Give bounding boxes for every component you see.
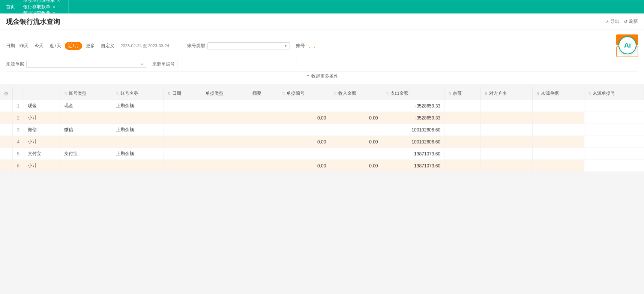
filter-row-2: 来源单据 ▾ 来源单据号 <box>6 60 638 68</box>
nav-tab-label: 预收冲应收单 <box>23 10 50 14</box>
table-cell-12 <box>481 160 533 172</box>
col-header-3: 单据类型 <box>200 87 247 100</box>
account-type-label: 账号类型 <box>187 43 205 49</box>
table-body: 1现金现金上期余额-3528659.332小计0.000.00-3528659.… <box>0 100 644 172</box>
nav-home[interactable]: 首页 <box>2 4 20 10</box>
source-doc-select[interactable]: ▾ <box>26 61 146 68</box>
page-title: 现金银行流水查询 <box>6 17 60 26</box>
col-header-1[interactable]: ⇅账号名称 <box>112 87 164 100</box>
date-shortcut-今天[interactable]: 今天 <box>32 42 46 50</box>
col-header-0[interactable]: ⇅账号类型 <box>60 87 112 100</box>
sort-icon-10: ⇅ <box>536 91 539 96</box>
table-cell-3 <box>60 136 112 148</box>
table-cell-5 <box>164 112 200 124</box>
table-cell-1: 2 <box>13 112 24 124</box>
filter-row-1: 日期 昨天今天近7天近1月更多自定义 2023-02-24 至 2023-03-… <box>6 34 638 57</box>
nav-tabs-container: 收款单✕付款单✕其他收入单✕应收应付调整单✕银行存取款单✕预收冲应收单✕收款核销… <box>20 0 69 13</box>
filter-area: 日期 昨天今天近7天近1月更多自定义 2023-02-24 至 2023-03-… <box>0 30 644 84</box>
col-header-10[interactable]: ⇅来源单据 <box>533 87 584 100</box>
date-shortcut-近7天[interactable]: 近7天 <box>47 42 63 50</box>
table-cell-6 <box>200 136 247 148</box>
table-cell-1: 3 <box>13 124 24 136</box>
table-header-row: ⚙ ⇅账号类型⇅账号名称⇅日期单据类型摘要⇅单据编号⇅收入金额⇅支出金额⇅余额⇅… <box>0 87 644 100</box>
date-filter-group: 日期 昨天今天近7天近1月更多自定义 2023-02-24 至 2023-03-… <box>6 42 169 50</box>
account-type-select[interactable]: ▾ <box>207 42 290 49</box>
table-cell-2: 小计 <box>24 136 60 148</box>
table-cell-1: 1 <box>13 100 24 112</box>
table-row: 1现金现金上期余额-3528659.33 <box>0 100 644 112</box>
table-cell-7 <box>247 100 278 112</box>
table-cell-13 <box>533 100 584 112</box>
table-row: 5支付宝支付宝上期余额19871073.60 <box>0 148 644 160</box>
nav-tab-label: 银行存取款单 <box>23 4 50 10</box>
table-cell-7 <box>247 148 278 160</box>
table-cell-12 <box>481 100 533 112</box>
table-cell-8: 0.00 <box>278 160 330 172</box>
source-doc-no-filter-group: 来源单据号 <box>152 60 297 68</box>
refresh-button[interactable]: ↺ 刷新 <box>624 18 638 25</box>
table-cell-13 <box>533 136 584 148</box>
nav-tab-close[interactable]: ✕ <box>57 0 60 3</box>
export-button[interactable]: ↗ 导出 <box>605 18 619 25</box>
table-cell-13 <box>533 112 584 124</box>
table-cell-0 <box>0 124 13 136</box>
table-cell-0 <box>0 136 13 148</box>
table-cell-2: 微信 <box>24 124 60 136</box>
nav-tab-close[interactable]: ✕ <box>53 11 56 14</box>
column-gear[interactable]: ⚙ <box>0 87 13 100</box>
account-type-arrow-icon: ▾ <box>285 44 287 48</box>
collapse-icon: ⌃ <box>306 74 310 79</box>
table-cell-13 <box>533 124 584 136</box>
collapse-filter-btn[interactable]: ⌃ 收起更多条件 <box>6 71 638 81</box>
nav-tab-应收应付调整单[interactable]: 应收应付调整单✕ <box>20 0 69 4</box>
nav-tab-预收冲应收单[interactable]: 预收冲应收单✕ <box>20 10 69 14</box>
date-shortcut-自定义[interactable]: 自定义 <box>99 42 117 50</box>
table-cell-2: 小计 <box>24 112 60 124</box>
top-nav: 首页 收款单✕付款单✕其他收入单✕应收应付调整单✕银行存取款单✕预收冲应收单✕收… <box>0 0 644 13</box>
table-cell-8: 0.00 <box>278 136 330 148</box>
table-cell-9: 0.00 <box>330 160 382 172</box>
table-cell-2: 支付宝 <box>24 148 60 160</box>
date-shortcut-更多[interactable]: 更多 <box>84 42 97 50</box>
col-header-11[interactable]: ⇅来源单据号 <box>584 87 644 100</box>
col-row-num <box>13 87 24 100</box>
col-header-2[interactable]: ⇅日期 <box>164 87 200 100</box>
nav-tab-银行存取款单[interactable]: 银行存取款单✕ <box>20 4 69 10</box>
table-cell-3 <box>60 112 112 124</box>
table-cell-10: -3528659.33 <box>382 100 444 112</box>
source-doc-no-input[interactable] <box>177 60 297 68</box>
table-cell-4 <box>112 112 164 124</box>
table-cell-6 <box>200 100 247 112</box>
table-cell-11 <box>444 148 481 160</box>
date-shortcut-昨天[interactable]: 昨天 <box>17 42 31 50</box>
table-cell-5 <box>164 148 200 160</box>
table-row: 2小计0.000.00-3528659.33 <box>0 112 644 124</box>
date-range-display: 2023-02-24 至 2023-03-24 <box>120 43 169 49</box>
table-cell-4 <box>112 160 164 172</box>
table-cell-6 <box>200 112 247 124</box>
table-cell-12 <box>481 148 533 160</box>
table-cell-9 <box>330 100 382 112</box>
col-header-6[interactable]: ⇅收入金额 <box>330 87 382 100</box>
col-header-5[interactable]: ⇅单据编号 <box>278 87 330 100</box>
source-doc-filter-group: 来源单据 ▾ <box>6 61 146 68</box>
date-shortcut-近1月[interactable]: 近1月 <box>65 42 83 50</box>
account-dots-btn[interactable]: ... <box>307 42 317 49</box>
gear-icon[interactable]: ⚙ <box>4 91 9 97</box>
table-cell-0 <box>0 160 13 172</box>
table-cell-5 <box>164 160 200 172</box>
ai-badge[interactable]: Ai <box>618 36 636 54</box>
data-table: ⚙ ⇅账号类型⇅账号名称⇅日期单据类型摘要⇅单据编号⇅收入金额⇅支出金额⇅余额⇅… <box>0 87 644 172</box>
col-header-8[interactable]: ⇅余额 <box>444 87 481 100</box>
table-cell-0 <box>0 148 13 160</box>
col-header-9[interactable]: ⇅对方户名 <box>481 87 533 100</box>
table-cell-9: 0.00 <box>330 112 382 124</box>
nav-tab-close[interactable]: ✕ <box>53 5 56 9</box>
sort-icon-5: ⇅ <box>282 91 285 96</box>
col-header-7[interactable]: ⇅支出金额 <box>382 87 444 100</box>
table-row: 4小计0.000.00100102606.60 <box>0 136 644 148</box>
table-cell-11 <box>444 136 481 148</box>
table-cell-3: 现金 <box>60 100 112 112</box>
table-cell-0 <box>0 100 13 112</box>
table-cell-5 <box>164 124 200 136</box>
